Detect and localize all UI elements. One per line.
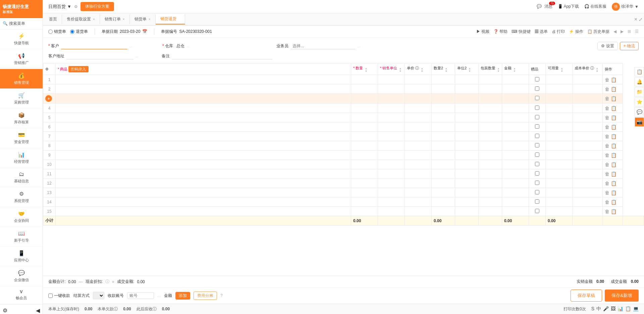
setting-btn[interactable]: ⚙ 设置 bbox=[597, 42, 618, 50]
radio-return-input[interactable] bbox=[70, 29, 74, 34]
amount-cell[interactable] bbox=[502, 113, 529, 122]
price-cell[interactable] bbox=[405, 141, 432, 150]
amount-cell[interactable] bbox=[502, 160, 529, 169]
avail-cell[interactable] bbox=[546, 104, 573, 113]
cost-cell[interactable] bbox=[573, 75, 603, 84]
unit2-cell[interactable] bbox=[455, 188, 479, 197]
user-area[interactable]: 徐 徐泽华 ▼ bbox=[612, 3, 639, 11]
grid-view-icon[interactable]: ⊞ bbox=[628, 29, 631, 34]
product-cell[interactable] bbox=[56, 197, 351, 207]
gift-checkbox[interactable] bbox=[535, 181, 539, 185]
col-qty2[interactable]: 数量2 ▲▼ bbox=[432, 64, 455, 75]
amount-cell[interactable] bbox=[502, 94, 529, 104]
amount-cell[interactable] bbox=[502, 197, 529, 207]
gift-checkbox[interactable] bbox=[535, 190, 539, 194]
avail-cell[interactable] bbox=[546, 122, 573, 132]
product-input[interactable] bbox=[58, 96, 349, 101]
sidebar-search[interactable]: 🔍 搜索菜单 bbox=[0, 18, 43, 29]
unit2-cell[interactable] bbox=[455, 122, 479, 132]
app-download-btn[interactable]: 📱 App下载 bbox=[558, 4, 579, 9]
address-input[interactable] bbox=[66, 53, 133, 59]
sidebar-item-cooperation[interactable]: 🤝 企业协同 bbox=[0, 207, 43, 227]
avail-cell[interactable] bbox=[546, 132, 573, 141]
col-amount[interactable]: 金额 ▲▼ bbox=[502, 64, 529, 75]
cost-cell[interactable] bbox=[573, 94, 603, 104]
pkg-cell[interactable] bbox=[479, 113, 502, 122]
qty-cell[interactable] bbox=[351, 179, 378, 188]
sticky-note-icon[interactable]: 📋 bbox=[635, 67, 644, 76]
unit-cell[interactable] bbox=[378, 141, 405, 150]
gift-cell[interactable] bbox=[529, 197, 546, 207]
pkg-cell[interactable] bbox=[479, 141, 502, 150]
product-cell[interactable] bbox=[56, 94, 351, 104]
unit-cell[interactable] bbox=[378, 150, 405, 160]
sticky-star-icon[interactable]: ⭐ bbox=[635, 97, 644, 107]
amount-cell[interactable] bbox=[502, 150, 529, 160]
amount-cell[interactable] bbox=[502, 132, 529, 141]
sidebar-item-basic-info[interactable]: 🗂 基础信息 bbox=[0, 168, 43, 187]
pkg-cell[interactable] bbox=[479, 207, 502, 216]
copy-row-btn[interactable]: 📋 bbox=[611, 86, 616, 92]
sidebar-item-sales[interactable]: 💰 销售管理 bbox=[0, 69, 43, 89]
unit-cell[interactable] bbox=[378, 94, 405, 104]
salesperson-picker-btn[interactable]: ... bbox=[358, 44, 360, 48]
cost-cell[interactable] bbox=[573, 207, 603, 216]
gift-cell[interactable] bbox=[529, 84, 546, 94]
unit2-cell[interactable] bbox=[455, 113, 479, 122]
product-cell[interactable] bbox=[56, 160, 351, 169]
gift-checkbox[interactable] bbox=[535, 162, 539, 166]
cost-cell[interactable] bbox=[573, 179, 603, 188]
delete-row-btn[interactable]: 🗑 bbox=[605, 115, 609, 120]
customer-input[interactable] bbox=[61, 43, 127, 49]
qty-cell[interactable] bbox=[351, 160, 378, 169]
unit-cell[interactable] bbox=[378, 160, 405, 169]
qty-cell[interactable] bbox=[351, 132, 378, 141]
qty-cell[interactable] bbox=[351, 169, 378, 179]
sidebar-item-member[interactable]: V 畅会员 bbox=[0, 286, 43, 304]
experience-btn[interactable]: 体验行业方案 bbox=[80, 2, 114, 11]
copy-row-btn[interactable]: 📋 bbox=[611, 171, 616, 177]
qty2-cell[interactable] bbox=[432, 169, 455, 179]
scan-btn[interactable]: 扫码录入 bbox=[68, 66, 89, 72]
avail-cell[interactable] bbox=[546, 94, 573, 104]
s-icon[interactable]: S bbox=[591, 306, 594, 312]
gift-cell[interactable] bbox=[529, 150, 546, 160]
unit2-cell[interactable] bbox=[455, 169, 479, 179]
delete-row-btn[interactable]: 🗑 bbox=[605, 171, 609, 177]
amount-cell[interactable] bbox=[502, 84, 529, 94]
pkg-cell[interactable] bbox=[479, 169, 502, 179]
sticky-alert-icon[interactable]: 🔔 bbox=[635, 77, 644, 86]
unit2-cell[interactable] bbox=[455, 141, 479, 150]
radio-sales[interactable]: 销货单 bbox=[48, 29, 66, 35]
avail-cell[interactable] bbox=[546, 141, 573, 150]
doc-icon[interactable]: 📋 bbox=[625, 306, 631, 312]
price-cell[interactable] bbox=[405, 207, 432, 216]
price-cell[interactable] bbox=[405, 188, 432, 197]
amount-cell[interactable] bbox=[502, 169, 529, 179]
delete-row-btn[interactable]: 🗑 bbox=[605, 106, 609, 111]
price-cell[interactable] bbox=[405, 122, 432, 132]
unit-cell[interactable] bbox=[378, 75, 405, 84]
product-cell[interactable] bbox=[56, 122, 351, 132]
cost-cell[interactable] bbox=[573, 122, 603, 132]
product-cell[interactable] bbox=[56, 207, 351, 216]
calc-method-select[interactable] bbox=[93, 292, 104, 299]
cost-cell[interactable] bbox=[573, 197, 603, 207]
pkg-cell[interactable] bbox=[479, 160, 502, 169]
delete-row-btn[interactable]: 🗑 bbox=[605, 96, 609, 101]
product-cell[interactable] bbox=[56, 150, 351, 160]
pkg-cell[interactable] bbox=[479, 94, 502, 104]
delete-row-btn[interactable]: 🗑 bbox=[605, 181, 609, 186]
sidebar-item-purchase[interactable]: 🛒 采购管理 bbox=[0, 89, 43, 109]
remarks-input[interactable] bbox=[172, 53, 272, 59]
mic-icon[interactable]: 🎤 bbox=[603, 306, 609, 312]
avail-cell[interactable] bbox=[546, 188, 573, 197]
pkg-cell[interactable] bbox=[479, 84, 502, 94]
copy-row-btn[interactable]: 📋 bbox=[611, 77, 616, 82]
delete-row-btn[interactable]: 🗑 bbox=[605, 162, 609, 167]
tab-close-sales[interactable]: × bbox=[149, 17, 151, 21]
customer-picker-btn[interactable]: ... bbox=[129, 44, 132, 48]
pkg-cell[interactable] bbox=[479, 75, 502, 84]
col-price[interactable]: 单价 ⓘ ▲▼ bbox=[405, 64, 432, 75]
col-pkg[interactable]: 包装数量 ▲▼ bbox=[479, 64, 502, 75]
